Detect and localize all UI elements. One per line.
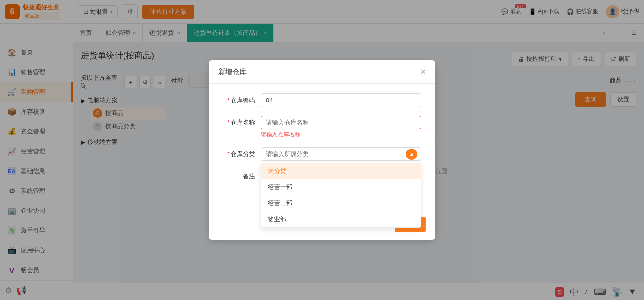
name-label: *仓库名称 [223,116,261,127]
name-input-wrap: 请输入仓库名称 [261,116,421,139]
notes-label: 备注 [223,169,261,181]
dropdown-item-1[interactable]: 经营一部 [261,179,421,195]
form-row-category: *仓库分类 ▲ 未分类 经营一部 经营二部 物业部 [223,147,421,161]
category-label: *仓库分类 [223,147,261,158]
dropdown-item-3[interactable]: 物业部 [261,211,421,227]
category-input-wrap: ▲ 未分类 经营一部 经营二部 物业部 [261,147,421,161]
modal-new-warehouse: 新增仓库 × *仓库编码 *仓库名称 请输入仓库名称 *仓库分类 [209,60,435,240]
name-input[interactable] [261,116,421,129]
name-error-msg: 请输入仓库名称 [261,131,421,139]
category-dropdown-toggle[interactable]: ▲ [406,149,417,160]
modal-header: 新增仓库 × [209,60,435,84]
code-label: *仓库编码 [223,93,261,105]
form-row-name: *仓库名称 请输入仓库名称 [223,116,421,139]
modal-body: *仓库编码 *仓库名称 请输入仓库名称 *仓库分类 ▲ [209,84,435,212]
category-dropdown: 未分类 经营一部 经营二部 物业部 [261,163,421,228]
dropdown-item-2[interactable]: 经营二部 [261,195,421,211]
dropdown-item-0[interactable]: 未分类 [261,163,421,179]
code-input[interactable] [261,93,421,107]
modal-close-button[interactable]: × [421,67,426,77]
form-row-code: *仓库编码 [223,93,421,107]
code-input-wrap [261,93,421,107]
category-input[interactable] [261,147,421,161]
modal-title: 新增仓库 [218,67,247,76]
